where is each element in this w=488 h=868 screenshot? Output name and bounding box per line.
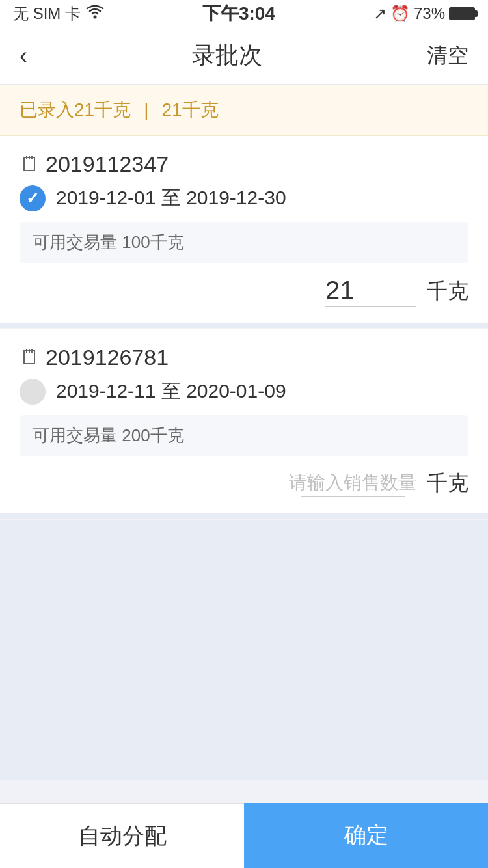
batch1-id-row: 🗒 2019112347 (20, 152, 468, 177)
svg-point-0 (94, 16, 97, 19)
status-left: 无 SIM 卡 (13, 3, 104, 24)
bottom-bar: 自动分配 确定 (0, 803, 488, 868)
nav-bar: ‹ 录批次 清空 (0, 27, 488, 85)
batch1-amount-row: 21 千克 (0, 263, 488, 328)
batch1-availability: 可用交易量 100千克 (20, 222, 468, 263)
batch1-card: 🗒 2019112347 2019-12-01 至 2019-12-30 可用交… (0, 136, 488, 328)
batch2-card: 🗒 2019126781 2019-12-11 至 2020-01-09 可用交… (0, 329, 488, 519)
back-button[interactable]: ‹ (20, 42, 27, 70)
batch2-input-container[interactable]: 请输入销售数量 (289, 470, 416, 497)
batch1-icon: 🗒 (20, 152, 40, 176)
batch1-date-row[interactable]: 2019-12-01 至 2019-12-30 (20, 185, 468, 211)
batch1-amount-value: 21 (325, 276, 355, 305)
location-icon: ↗ (373, 5, 386, 23)
batch1-id: 2019112347 (46, 152, 169, 177)
batch2-icon: 🗒 (20, 346, 40, 370)
wifi-icon (86, 5, 104, 23)
batch2-id-row: 🗒 2019126781 (20, 345, 468, 370)
batch2-radio[interactable] (20, 379, 46, 405)
sim-label: 无 SIM 卡 (13, 3, 81, 24)
alarm-icon: ⏰ (390, 5, 410, 23)
batch1-radio[interactable] (20, 185, 46, 211)
batch2-availability: 可用交易量 200千克 (20, 415, 468, 456)
battery-percent: 73% (414, 5, 445, 23)
spacer-area (0, 520, 488, 780)
batch2-date: 2019-12-11 至 2020-01-09 (56, 378, 286, 405)
auto-distribute-button[interactable]: 自动分配 (0, 803, 244, 868)
batch1-content: 🗒 2019112347 2019-12-01 至 2019-12-30 可用交… (0, 136, 488, 263)
status-bar: 无 SIM 卡 下午3:04 ↗ ⏰ 73% (0, 0, 488, 27)
total-label: 21千克 (161, 98, 218, 122)
batch1-amount-container[interactable]: 21 (325, 276, 416, 307)
recorded-label: 已录入21千克 (20, 98, 131, 122)
batch2-content: 🗒 2019126781 2019-12-11 至 2020-01-09 可用交… (0, 329, 488, 456)
batch2-input-placeholder: 请输入销售数量 (289, 472, 416, 493)
summary-banner: 已录入21千克 | 21千克 (0, 85, 488, 136)
page-title: 录批次 (192, 40, 262, 72)
batch2-input-unit: 千克 (427, 469, 468, 498)
batch2-input-row[interactable]: 请输入销售数量 千克 (0, 456, 488, 519)
status-right: ↗ ⏰ 73% (373, 5, 475, 23)
batch1-date: 2019-12-01 至 2019-12-30 (56, 185, 286, 211)
batch2-date-row[interactable]: 2019-12-11 至 2020-01-09 (20, 378, 468, 405)
clear-button[interactable]: 清空 (427, 42, 468, 70)
summary-divider: | (144, 100, 148, 120)
batch1-amount-unit: 千克 (427, 277, 468, 306)
confirm-button[interactable]: 确定 (244, 803, 488, 868)
status-time: 下午3:04 (202, 1, 275, 26)
batch2-id: 2019126781 (46, 345, 169, 370)
battery-icon (449, 7, 475, 20)
